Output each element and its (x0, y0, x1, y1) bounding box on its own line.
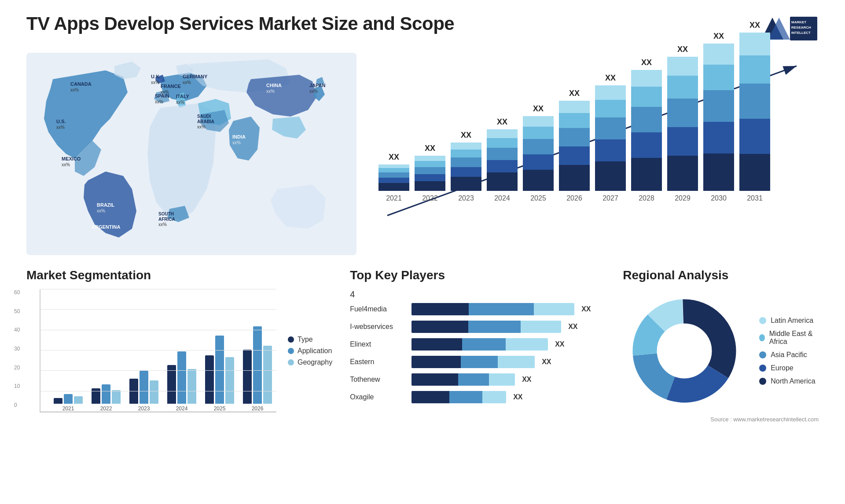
player-row-fuel4media: Fuel4media XX (350, 303, 605, 315)
top-section: CANADA xx% U.S. xx% MEXICO xx% BRAZIL xx… (26, 53, 819, 255)
bar-seg4-2022 (415, 161, 445, 167)
bar-seg4-2025 (523, 127, 554, 139)
bar-seg1-2024 (487, 172, 518, 191)
bar-year-2031: 2031 (747, 194, 763, 202)
svg-text:INDIA: INDIA (232, 134, 246, 139)
bar-year-2026: 2026 (566, 194, 582, 202)
bar-seg3-2027 (595, 117, 626, 139)
legend-label-latin-america: Latin America (771, 317, 813, 325)
regional-title: Regional Analysis (623, 268, 819, 282)
segmentation-title: Market Segmentation (26, 268, 332, 282)
seg-bar-type-2024 (167, 365, 176, 404)
bar-seg2-2026 (559, 146, 590, 165)
svg-text:xx%: xx% (309, 89, 318, 94)
player-bar-seg2-oxagile (449, 391, 482, 403)
svg-text:xx%: xx% (62, 162, 70, 167)
player-bar-seg3-oxagile (482, 391, 506, 403)
seg-y-60: 60 (14, 289, 20, 296)
bar-seg1-2027 (595, 161, 626, 191)
legend-dot-middle-east-africa (759, 334, 765, 341)
donut-wrapper: Latin America Middle East & Africa Asia … (623, 289, 819, 413)
bar-seg5-2029 (667, 57, 698, 76)
svg-text:xx%: xx% (232, 140, 241, 145)
header: TV Apps Develop Services Market Size and… (26, 13, 819, 44)
seg-bar-type-2022 (92, 388, 100, 404)
bar-seg5-2027 (595, 85, 626, 100)
legend-item-asia-pacific: Asia Pacific (759, 351, 819, 359)
svg-text:xx%: xx% (197, 124, 206, 129)
seg-legend-type: Type (288, 336, 332, 343)
players-title: Top Key Players (350, 268, 605, 282)
player-bar-seg3-fuel4media (534, 303, 575, 315)
player-name-tothenew: Tothenew (350, 376, 407, 383)
seg-bar-app-2021 (64, 394, 73, 404)
player-bar-seg2-eastern (461, 356, 498, 368)
seg-bar-geo-2025 (225, 357, 234, 404)
seg-group-2022: 2022 (92, 384, 121, 412)
seg-legend-geography: Geography (288, 358, 332, 366)
seg-bar-geo-2022 (112, 390, 121, 404)
regional-container: Regional Analysis (623, 268, 819, 462)
player-bar-seg3-eastern (498, 356, 535, 368)
bar-year-2027: 2027 (603, 194, 618, 202)
player-bar-oxagile (411, 391, 506, 403)
bar-seg1-2023 (451, 177, 481, 191)
bar-label-2026: XX (569, 89, 580, 98)
legend-item-europe: Europe (759, 364, 819, 372)
svg-text:xx%: xx% (151, 80, 159, 85)
player-xx-tothenew: XX (522, 376, 531, 383)
player-bar-seg2-elinext (462, 338, 506, 351)
bar-label-2031: XX (749, 21, 760, 30)
bar-seg5-2031 (739, 33, 770, 55)
bar-seg4-2024 (487, 138, 518, 148)
bar-group-2027: XX 2027 (595, 73, 626, 202)
bar-label-2024: XX (497, 117, 507, 127)
bar-seg5-2024 (487, 129, 518, 138)
bar-seg4-2031 (739, 55, 770, 84)
seg-y-30: 30 (14, 346, 20, 352)
bar-label-2023: XX (461, 131, 471, 140)
seg-y-20: 20 (14, 365, 20, 371)
player-bar-seg2-iwebservices (468, 321, 521, 333)
bar-label-2030: XX (713, 32, 724, 41)
bar-label-2028: XX (641, 58, 652, 67)
bar-seg2-2023 (451, 167, 481, 177)
bar-seg1-2030 (703, 153, 734, 191)
player-xx-iwebservices: XX (568, 323, 577, 331)
bar-seg4-2021 (378, 168, 409, 172)
legend-label-north-america: North America (771, 377, 815, 385)
player-bar-eastern (411, 356, 535, 368)
legend-dot-north-america (759, 378, 766, 385)
bar-seg5-2028 (631, 70, 662, 87)
donut-center (657, 324, 712, 378)
legend-item-latin-america: Latin America (759, 317, 819, 325)
svg-text:xx%: xx% (70, 88, 79, 92)
player-name-fuel4media: Fuel4media (350, 305, 407, 313)
seg-y-10: 10 (14, 383, 20, 389)
bar-group-2021: XX 2021 (378, 153, 409, 202)
legend-label-middle-east-africa: Middle East & Africa (769, 330, 819, 346)
seg-bar-geo-2021 (74, 396, 83, 404)
bar-stack-2031 (739, 33, 770, 191)
bar-stack-2030 (703, 44, 734, 191)
seg-legend-application-dot (288, 348, 294, 354)
bar-seg2-2031 (739, 119, 770, 154)
bar-label-2021: XX (389, 153, 399, 162)
bar-year-2025: 2025 (530, 194, 546, 202)
player-bar-iwebservices (411, 321, 561, 333)
player-bar-elinext (411, 338, 548, 351)
svg-text:xx%: xx% (176, 100, 184, 105)
seg-bar-type-2021 (54, 398, 62, 404)
bar-seg1-2021 (378, 183, 409, 191)
bar-seg1-2028 (631, 158, 662, 191)
seg-year-2021: 2021 (62, 405, 74, 412)
seg-bar-app-2022 (102, 384, 110, 404)
bottom-section: Market Segmentation 0 10 20 30 40 50 60 (26, 268, 819, 462)
bar-year-2030: 2030 (711, 194, 727, 202)
seg-legend-type-label: Type (298, 336, 313, 343)
seg-chart: 2021 2022 (40, 289, 276, 413)
legend-label-asia-pacific: Asia Pacific (771, 351, 807, 359)
bar-seg3-2023 (451, 157, 481, 167)
svg-text:xx%: xx% (266, 89, 275, 94)
bar-seg5-2023 (451, 142, 481, 150)
